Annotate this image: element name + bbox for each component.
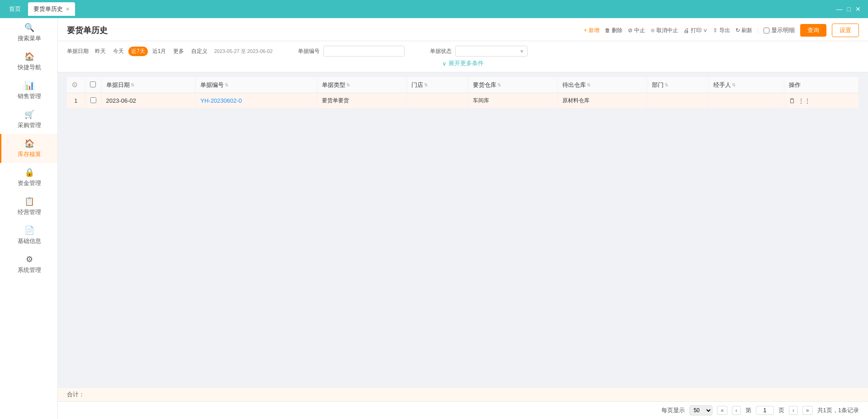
sort-req-warehouse-icon: ⇅ — [497, 82, 501, 87]
th-req-warehouse[interactable]: 要货仓库 ⇅ — [468, 77, 558, 93]
delete-button[interactable]: 🗑 删除 — [605, 27, 623, 34]
date-btn-7days[interactable]: 近7天 — [128, 47, 148, 56]
show-detail-checkbox[interactable] — [764, 28, 769, 33]
sidebar-item-purchase-mgmt-label: 采购管理 — [18, 121, 41, 129]
th-pending-warehouse[interactable]: 待出仓库 ⇅ — [558, 77, 647, 93]
row-more-icon[interactable]: ⋮⋮ — [798, 97, 811, 105]
doc-no-label: 单据编号 — [298, 48, 320, 55]
maximize-icon[interactable]: □ — [847, 5, 851, 13]
print-button[interactable]: 🖨 🖨 打印 打印 ∨ — [684, 27, 708, 34]
next-page-btn[interactable]: › — [789, 406, 798, 415]
sidebar-item-sales-mgmt-label: 销售管理 — [18, 92, 41, 100]
doc-status-select-wrap: ▼ — [455, 46, 528, 57]
sort-doc-no-icon: ⇅ — [225, 82, 228, 87]
table-area: ⚙ 单据日期 ⇅ 单据编号 — [58, 72, 868, 387]
th-handler[interactable]: 经手人 ⇅ — [709, 77, 784, 93]
page-number-input[interactable] — [756, 406, 774, 415]
sort-doc-type-icon: ⇅ — [346, 82, 350, 87]
th-department[interactable]: 部门 ⇅ — [647, 77, 709, 93]
sidebar-item-basic-info[interactable]: 📄 基础信息 — [0, 221, 57, 250]
row-req-warehouse: 车间库 — [468, 93, 558, 109]
doc-no-filter-group: 单据编号 — [298, 46, 405, 57]
refresh-button[interactable]: ↻ 刷新 — [736, 27, 752, 34]
minimize-icon[interactable]: — — [836, 5, 843, 13]
tab-close-icon[interactable]: ✕ — [66, 6, 70, 12]
main-layout: 🔍 搜索菜单 🏠 快捷导航 📊 销售管理 🛒 采购管理 🏠 库存核算 🔒 资金管… — [0, 18, 868, 419]
close-icon[interactable]: ✕ — [855, 5, 861, 13]
page-title: 要货单历史 — [67, 25, 108, 36]
sidebar-item-search-menu[interactable]: 🔍 搜索菜单 — [0, 18, 57, 47]
th-ops-label: 操作 — [789, 81, 801, 88]
sidebar-item-ops-mgmt[interactable]: 📋 经营管理 — [0, 192, 57, 221]
tab-requisition-history[interactable]: 要货单历史 ✕ — [28, 2, 75, 16]
th-store-label: 门店 — [411, 81, 423, 89]
expand-label: 展开更多条件 — [448, 59, 484, 67]
row-checkbox[interactable] — [90, 97, 96, 103]
filter-bar: 单据日期 昨天 今天 近7天 近1月 更多 自定义 2023-05-27 至 2… — [58, 41, 868, 72]
sidebar-item-purchase-mgmt[interactable]: 🛒 采购管理 — [0, 105, 57, 134]
sidebar-item-quick-nav[interactable]: 🏠 快捷导航 — [0, 47, 57, 76]
th-settings: ⚙ — [67, 77, 85, 93]
sidebar-item-system-mgmt[interactable]: ⚙ 系统管理 — [0, 250, 57, 279]
settings-button[interactable]: 设置 — [832, 24, 859, 37]
expand-more-btn[interactable]: ∨ 展开更多条件 — [67, 59, 859, 67]
date-btn-yesterday[interactable]: 昨天 — [92, 47, 108, 56]
doc-status-label: 单据状态 — [430, 48, 452, 55]
cancel-stop-button[interactable]: ⊙ 取消中止 — [651, 27, 678, 34]
prev-page-btn[interactable]: ‹ — [732, 406, 741, 415]
row-operations: 🗒 ⋮⋮ — [789, 97, 854, 105]
sort-pending-warehouse-icon: ⇅ — [587, 82, 590, 87]
row-edit-icon[interactable]: 🗒 — [789, 97, 795, 105]
tab-requisition-history-label: 要货单历史 — [33, 5, 63, 13]
content-area: 要货单历史 + 新增 🗑 删除 ⊘ 中止 ⊙ 取消中止 🖨 🖨 打印 打印 ∨ … — [58, 18, 868, 419]
show-detail-toggle[interactable]: 显示明细 — [764, 26, 795, 34]
total-info: 共1页，1条记录 — [817, 406, 859, 414]
table-row: 1 2023-06-02 YH-20230602-0 要货单要货 车间库 — [67, 93, 859, 109]
date-btn-1month[interactable]: 近1月 — [150, 47, 169, 56]
row-pending-warehouse: 原材料仓库 — [558, 93, 647, 109]
date-btn-today[interactable]: 今天 — [110, 47, 127, 56]
export-button[interactable]: ⇪ 导出 — [713, 27, 730, 34]
inventory-calc-icon: 🏠 — [24, 138, 34, 148]
doc-status-select[interactable] — [455, 46, 528, 57]
page-label-before: 第 — [745, 406, 751, 414]
row-doc-no-link[interactable]: YH-20230602-0 — [200, 97, 242, 104]
th-pending-warehouse-label: 待出仓库 — [562, 81, 586, 89]
sidebar-item-sales-mgmt[interactable]: 📊 销售管理 — [0, 76, 57, 105]
column-settings-icon[interactable]: ⚙ — [71, 81, 78, 89]
th-doc-no-label: 单据编号 — [200, 81, 224, 89]
table-header-row: ⚙ 单据日期 ⇅ 单据编号 — [67, 77, 859, 93]
date-buttons: 昨天 今天 近7天 近1月 更多 自定义 — [92, 47, 210, 56]
row-doc-no: YH-20230602-0 — [196, 93, 317, 109]
query-button[interactable]: 查询 — [800, 24, 826, 37]
th-doc-no[interactable]: 单据编号 ⇅ — [196, 77, 317, 93]
quick-nav-icon: 🏠 — [24, 52, 34, 62]
th-doc-date[interactable]: 单据日期 ⇅ — [101, 77, 196, 93]
page-size-select[interactable]: 10 20 50 100 — [689, 405, 712, 415]
sidebar-item-finance-mgmt[interactable]: 🔒 资金管理 — [0, 163, 57, 192]
sort-department-icon: ⇅ — [665, 82, 668, 87]
first-page-btn[interactable]: « — [717, 406, 727, 415]
sidebar-item-system-mgmt-label: 系统管理 — [18, 266, 41, 274]
th-doc-date-label: 单据日期 — [106, 81, 130, 89]
sidebar-item-search-menu-label: 搜索菜单 — [18, 34, 41, 43]
sidebar-item-quick-nav-label: 快捷导航 — [18, 63, 41, 71]
date-btn-custom[interactable]: 自定义 — [189, 47, 210, 56]
th-store[interactable]: 门店 ⇅ — [407, 77, 468, 93]
add-button[interactable]: + 新增 — [584, 27, 599, 34]
last-page-btn[interactable]: » — [802, 406, 813, 415]
row-checkbox-cell — [85, 93, 101, 109]
sidebar-item-ops-mgmt-label: 经营管理 — [18, 208, 41, 216]
select-all-checkbox[interactable] — [90, 81, 96, 87]
page-label-after: 页 — [778, 406, 784, 414]
sidebar-item-inventory-calc[interactable]: 🏠 库存核算 — [0, 134, 57, 163]
tab-home[interactable]: 首页 — [4, 2, 26, 16]
date-btn-more[interactable]: 更多 — [170, 47, 187, 56]
row-num: 1 — [67, 93, 85, 109]
table-footer: 合计： — [58, 387, 868, 401]
top-bar: 首页 要货单历史 ✕ — □ ✕ — [0, 0, 868, 18]
tab-home-label: 首页 — [9, 5, 21, 13]
th-doc-type[interactable]: 单据类型 ⇅ — [317, 77, 407, 93]
stop-button[interactable]: ⊘ 中止 — [628, 27, 645, 34]
doc-no-input[interactable] — [323, 46, 405, 57]
